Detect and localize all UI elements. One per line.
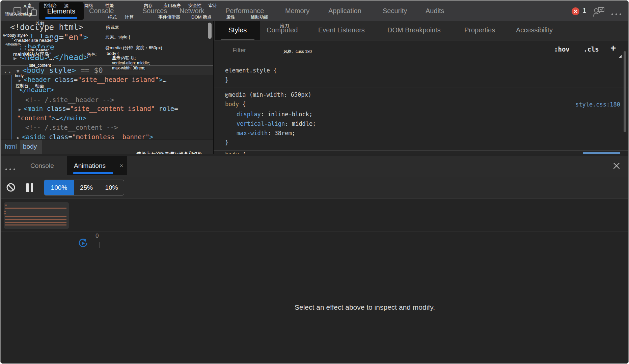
- close-animations-tab-icon[interactable]: ×: [120, 162, 123, 169]
- tab-styles-underline: [221, 39, 254, 39]
- drawer-overflow-menu-icon[interactable]: [5, 165, 18, 172]
- overlay-console-cn: 控制台: [15, 83, 29, 89]
- cn-label-security: 安全性: [188, 3, 201, 8]
- animations-empty-message: Select an effect above to inspect and mo…: [100, 303, 629, 311]
- overlay-header-close: </header>: [5, 42, 22, 47]
- tab-properties[interactable]: Properties: [464, 26, 495, 34]
- timeline-zero-label: 0: [95, 233, 99, 239]
- drawer-tab-console[interactable]: Console: [30, 162, 54, 170]
- cn-label-sources: 源: [64, 3, 69, 8]
- drawer-active-tab-indicator: [73, 172, 113, 174]
- tab-memory[interactable]: Memory: [285, 7, 309, 15]
- overlay-stylecss-cn: 风格。cuss 180: [283, 50, 312, 54]
- tab-elements-label: Elements: [39, 7, 84, 15]
- sidebar-tab-strip: Styles Computed Event Listeners DOM Brea…: [214, 21, 629, 40]
- drawer-tab-animations-label: Animations: [74, 162, 106, 170]
- animation-preview-lines: [5, 205, 7, 206]
- speed-10-button[interactable]: 10%: [99, 180, 124, 195]
- tree-row-main-wrap[interactable]: "content">…</main>: [17, 115, 86, 122]
- overlay-filter-cn: 筛选器: [105, 25, 120, 30]
- error-count: 1: [582, 6, 586, 14]
- tab-dom-breakpoints[interactable]: DOM Breakpoints: [387, 26, 441, 34]
- overlay-before-cn: :以前: [34, 21, 45, 26]
- styles-filter-input[interactable]: [232, 45, 422, 56]
- tree-row-header-open[interactable]: ▶ <header class="site__header island">…: [19, 76, 166, 83]
- css-prop-display[interactable]: display: inline-block;: [237, 111, 312, 118]
- cn-label-application: 应用程序: [163, 3, 181, 8]
- tab-performance[interactable]: Performance: [225, 7, 264, 15]
- tree-row-comment-site-content[interactable]: <!-- /.site__content -->: [25, 124, 118, 131]
- animation-preview-lines: [5, 216, 66, 217]
- overlay-valign-cn: vertical-align: middle;: [111, 61, 151, 65]
- overlay-element-style-cn: 元素。style {: [105, 34, 131, 40]
- breadcrumb-item-html[interactable]: html: [5, 143, 17, 150]
- cn-label-accessibility: 辅助功能: [251, 15, 268, 20]
- animation-preview-lines: [4, 213, 6, 214]
- css-prop-vertical-align[interactable]: vertical-align: middle;: [237, 121, 316, 127]
- overlay-display-cn: 显示:内联-块;: [111, 56, 137, 60]
- animation-preview-lines: [4, 211, 6, 212]
- elements-scrollbar-thumb[interactable]: [208, 23, 212, 39]
- error-badge-icon[interactable]: [572, 7, 579, 15]
- breadcrumb-item-body[interactable]: body: [23, 143, 37, 150]
- rule-body-close[interactable]: }: [225, 140, 228, 146]
- overlay-animations-cn: 动画: [34, 83, 45, 89]
- tab-security[interactable]: Security: [383, 7, 407, 15]
- cn-label-console: 控制台: [44, 3, 57, 8]
- cn-label-performance: 性能: [105, 3, 114, 8]
- animation-preview-strip: [1, 199, 628, 232]
- timeline-zero-tick: [100, 242, 100, 248]
- styles-scrollbar-thumb[interactable]: [624, 51, 626, 132]
- partial-link-sliver: [583, 152, 620, 154]
- pause-icon[interactable]: [26, 183, 29, 192]
- animation-preview-tile[interactable]: [4, 202, 69, 229]
- elements-panel: <!doctype html> <html lang="en"> ::befor…: [1, 21, 213, 154]
- speed-100-button[interactable]: 100%: [44, 180, 74, 195]
- overlay-select-effect-cn: 选择上面的效果进行检查和修改。: [136, 151, 208, 154]
- rule-media-query[interactable]: @media (min-width: 650px): [225, 92, 311, 98]
- styles-filter-bar: 风格。cuss 180 :hov .cls +: [214, 40, 629, 60]
- close-drawer-icon[interactable]: [612, 162, 621, 170]
- overlay-media-cn: @media (分钟–宽度：650px): [105, 45, 163, 51]
- tree-row-main-open[interactable]: ▶ <main class="site__content island" rol…: [19, 105, 178, 112]
- tab-styles-label: Styles: [215, 26, 260, 34]
- speed-25-button[interactable]: 25%: [74, 180, 99, 195]
- tab-accessibility[interactable]: Accessibility: [516, 26, 553, 34]
- replay-icon[interactable]: [77, 238, 89, 249]
- pause-icon[interactable]: [31, 183, 33, 192]
- rule-partial-next[interactable]: body {: [225, 152, 246, 154]
- cn-label-dom-breakpoints: DOM 断点: [191, 15, 212, 20]
- rule-divider: [214, 150, 629, 151]
- cn-label-properties: 属性: [226, 15, 235, 20]
- tab-styles[interactable]: Styles: [215, 21, 260, 40]
- devtools-window: 请键入 html&gt Elements Console Sources Net…: [0, 0, 629, 364]
- tree-row-comment-site-header[interactable]: <!-- /.site__header -->: [25, 96, 114, 103]
- active-tab-indicator: [45, 17, 77, 19]
- overlay-body-label: body: [14, 73, 24, 78]
- class-toggle[interactable]: .cls: [583, 46, 599, 53]
- animation-preview-lines: [5, 224, 66, 225]
- feedback-icon[interactable]: [593, 6, 605, 17]
- stylesheet-link[interactable]: style.css:180: [575, 101, 620, 108]
- rule-element-style-open[interactable]: element.style {: [225, 67, 277, 74]
- cn-label-network: 网络: [84, 3, 93, 8]
- tree-row-doctype[interactable]: <!doctype html>: [10, 23, 83, 32]
- tab-application[interactable]: Application: [328, 7, 361, 15]
- drawer-tab-animations[interactable]: Animations ×: [67, 156, 127, 175]
- cn-label-event-listeners: 事件侦听器: [158, 15, 180, 20]
- overlay-computed-cn: 滚刀: [280, 24, 289, 29]
- tab-audits[interactable]: Audits: [426, 7, 444, 15]
- pseudo-state-toggle[interactable]: :hov: [554, 46, 570, 53]
- css-prop-max-width[interactable]: max-width: 38rem;: [237, 130, 295, 136]
- overlay-body-style: v<body style>: [2, 33, 29, 38]
- overlay-site-content: site_content: [28, 63, 52, 68]
- new-style-rule-button[interactable]: +: [610, 43, 616, 54]
- rule-body-selector[interactable]: body {: [225, 101, 246, 108]
- indent-guide-line: [11, 75, 12, 140]
- overlay-main-content-cn: main网站内容岛": [12, 51, 52, 57]
- rule-element-style-close[interactable]: }: [225, 77, 228, 83]
- rule-divider: [214, 88, 629, 88]
- clear-all-icon[interactable]: [6, 182, 16, 192]
- tab-event-listeners[interactable]: Event Listeners: [318, 26, 365, 34]
- more-menu-icon[interactable]: [611, 10, 624, 17]
